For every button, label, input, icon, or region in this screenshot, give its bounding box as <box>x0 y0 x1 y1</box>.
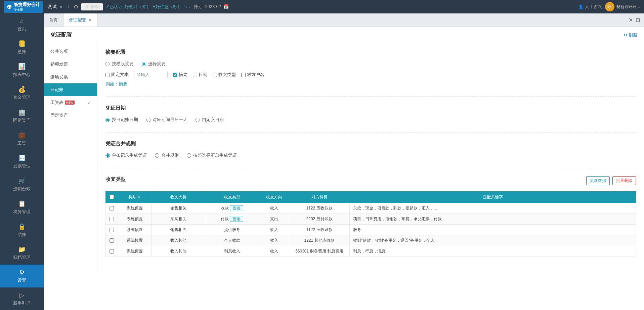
radio-template[interactable]: 按模版摘要 <box>105 61 134 67</box>
top-bar: ⊕ 畅捷通好会计 专业版 测试 ∨ ＋ ⚙ 切到旧版 ✓已认证 好会计（专） +… <box>0 0 644 13</box>
table-row: 系统预置 收入其他 个人收款 收入 1221 其他应收款 收到*借款，收到*备用… <box>106 235 636 246</box>
radio-total[interactable]: 按照选择汇总生成凭证 <box>187 152 237 158</box>
row-keyword: 服务 <box>350 225 636 235</box>
sidebar-item-salary[interactable]: 💼 工资 <box>0 127 44 150</box>
left-nav-journal[interactable]: 日记账 <box>44 83 97 96</box>
row-account: 660301 财务费用 利息费用 <box>289 246 350 257</box>
row-checkbox[interactable] <box>110 238 114 243</box>
voucher-date-title: 凭证日期 <box>105 105 636 111</box>
test-dropdown-arrow[interactable]: ∨ <box>59 4 63 9</box>
left-nav-payroll[interactable]: 工资表 NEW ∨ <box>44 96 97 109</box>
merge-rules-radio-group: 单条记录生成凭证 合并规则 按照选择汇总生成凭证 <box>105 152 636 158</box>
batch-delete-button[interactable]: 批量删除 <box>612 176 636 185</box>
settings-icon[interactable]: ⚙ <box>74 4 78 10</box>
checkbox-summary[interactable]: 摘要 <box>173 72 187 78</box>
row-bigtype: 收入其他 <box>152 246 205 257</box>
sidebar-item-report[interactable]: 📊 报表中心 <box>0 59 44 82</box>
switch-old-version-button[interactable]: 切到旧版 <box>81 3 103 11</box>
row-bigtype: 采购相关 <box>152 214 205 225</box>
settings-nav-icon: ⚙ <box>19 269 25 276</box>
radio-period-last[interactable]: 对应期间最后一天 <box>146 117 187 123</box>
update-data-button[interactable]: 更新数据 <box>586 176 610 185</box>
col-check-header[interactable] <box>106 192 118 203</box>
radio-custom-date[interactable]: 自定义日期 <box>196 117 224 123</box>
radio-select[interactable]: 选择摘要 <box>142 61 166 67</box>
tab-bar: 首页 凭证配置 ✕ ✕ ⊡ <box>44 13 644 27</box>
service-icon: 👤 <box>578 4 584 9</box>
sidebar-item-label: 进销台账 <box>13 186 31 192</box>
row-checkbox-cell[interactable] <box>106 246 118 257</box>
row-checkbox-cell[interactable] <box>106 235 118 246</box>
tab-home[interactable]: 首页 <box>44 13 63 27</box>
window-restore-icon[interactable]: ⊡ <box>636 17 640 23</box>
radio-merge[interactable]: 合并规则 <box>155 152 179 158</box>
sidebar-item-tax[interactable]: 📋 税务管理 <box>0 196 44 219</box>
sidebar-item-home[interactable]: ⌂ 首页 <box>0 13 44 36</box>
radio-single[interactable]: 单条记录生成凭证 <box>105 152 147 158</box>
test-label: 测试 <box>48 4 57 10</box>
radio-journal-date[interactable]: 按日记账日期 <box>105 117 138 123</box>
refresh-button[interactable]: ↻ 刷新 <box>624 32 637 38</box>
checkbox-date[interactable]: 日期 <box>193 72 207 78</box>
sidebar-item-guide[interactable]: ▷ 新手引导 <box>0 287 44 310</box>
row-category: 系统预置 <box>118 203 152 214</box>
row-category: 系统预置 <box>118 246 152 257</box>
checkbox-counterpart[interactable]: 对方户名 <box>241 72 264 78</box>
sidebar-item-close[interactable]: 🔒 结账 <box>0 219 44 242</box>
reset-tag[interactable]: 置顶 <box>230 205 243 211</box>
checkbox-fixed-text[interactable]: 固定文本 <box>105 72 129 78</box>
checkbox-type[interactable]: 收支类型 <box>213 72 236 78</box>
merge-rules-section: 凭证合并规则 单条记录生成凭证 合并规则 <box>105 141 636 158</box>
row-checkbox-cell[interactable] <box>106 214 118 225</box>
sidebar-item-ledger[interactable]: 📒 总账 <box>0 36 44 59</box>
status-tags: ✓已认证 好会计（专） +好生意（标） +... <box>106 4 190 10</box>
left-nav-fixed-asset[interactable]: 固定资产 <box>44 109 97 122</box>
ledger-icon: 📒 <box>18 40 26 47</box>
sidebar-item-asset[interactable]: 🏢 固定资产 <box>0 105 44 127</box>
tab-voucher-config[interactable]: 凭证配置 ✕ <box>63 13 97 27</box>
two-column-layout: 公共选项 销项发票 进项发票 日记账 工资表 NEW <box>44 42 644 273</box>
reset-tag[interactable]: 置顶 <box>230 216 243 222</box>
add-icon[interactable]: ＋ <box>66 3 71 10</box>
table-row: 系统预置 销售相关 收款 置顶 收入 1122 应收账款 欠款，现金，项目款，到… <box>106 203 636 214</box>
row-checkbox[interactable] <box>110 249 114 254</box>
sidebar-item-label: 工资 <box>17 140 26 146</box>
col-category-header[interactable]: 类别 ∨ <box>118 192 152 203</box>
row-account: 2202 应付账款 <box>289 214 350 225</box>
avatar: 旺 <box>605 2 614 11</box>
left-nav-sales-invoice[interactable]: 销项发票 <box>44 58 97 71</box>
row-checkbox-cell[interactable] <box>106 203 118 214</box>
row-account: 1122 应收账款 <box>289 225 350 235</box>
left-nav-public[interactable]: 公共选项 <box>44 45 97 58</box>
sidebar-item-label: 总账 <box>17 49 26 55</box>
salary-icon: 💼 <box>18 131 26 139</box>
row-category: 系统预置 <box>118 214 152 225</box>
sidebar-item-archive[interactable]: 📁 归档管理 <box>0 242 44 265</box>
sidebar-item-fund[interactable]: 💰 资金管理 <box>0 82 44 105</box>
fixed-text-input[interactable] <box>134 71 168 78</box>
page-title: 凭证配置 <box>50 32 72 39</box>
select-all-checkbox[interactable] <box>110 195 114 199</box>
row-direction: 收入 <box>259 203 289 214</box>
summary-radio-group: 按模版摘要 选择摘要 <box>105 61 636 67</box>
row-checkbox[interactable] <box>110 217 114 221</box>
service-button[interactable]: 👤 人工咨询 <box>578 4 602 10</box>
divider-1 <box>105 96 636 97</box>
sidebar-item-settings[interactable]: ⚙ 设置 <box>0 265 44 287</box>
row-account: 1221 其他应收款 <box>289 235 350 246</box>
row-checkbox[interactable] <box>110 206 114 210</box>
sidebar-item-invoice[interactable]: 🧾 发票管理 <box>0 150 44 173</box>
tab-close-icon[interactable]: ✕ <box>88 18 92 23</box>
sidebar-item-label: 新手引导 <box>13 300 31 306</box>
home-icon: ⌂ <box>20 17 24 25</box>
left-nav-purchase-invoice[interactable]: 进项发票 <box>44 71 97 83</box>
row-checkbox-cell[interactable] <box>106 225 118 235</box>
user-info[interactable]: 旺 畅捷通旺旺... <box>605 2 640 11</box>
window-close-icon[interactable]: ✕ <box>629 17 633 23</box>
calendar-icon[interactable]: 📅 <box>223 4 229 9</box>
row-type: 利息收入 <box>205 246 259 257</box>
sidebar-item-purchase[interactable]: 🛒 进销台账 <box>0 173 44 196</box>
row-checkbox[interactable] <box>110 228 114 232</box>
sidebar: ⌂ 首页 📒 总账 📊 报表中心 💰 资金管理 🏢 固定资产 💼 工资 🧾 发票… <box>0 13 44 310</box>
row-keyword: 收到*借款，收到*备用金，退回*备用金，个人 <box>350 235 636 246</box>
